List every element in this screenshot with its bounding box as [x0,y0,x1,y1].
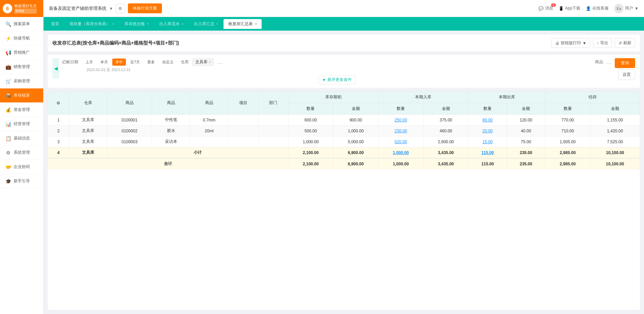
sidebar-icon-8: 📋 [5,136,11,141]
th-settings[interactable]: ⚙ [48,92,69,115]
settings-icon: ⚙ [56,101,60,105]
sidebar-nav: 🔍搜索菜单⚡快捷导航📢营销推广💼销售管理🛒采购管理📦库存核算💰资金管理📊经营管理… [0,17,43,314]
date-btn-自定义[interactable]: 自定义 [159,59,177,66]
date-label: 记账日期 [62,59,78,65]
tab-0[interactable]: 首页 [46,19,64,29]
sidebar-logo: 6 畅捷通好生意 标准版 [0,0,43,17]
th-product-spec: 商品 [190,92,228,115]
tab-close-5[interactable]: × [255,22,257,26]
sidebar-item-8[interactable]: 📋基础信息 [0,131,43,146]
sidebar-icon-11: 🎓 [5,179,11,184]
sidebar-label-5: 库存核算 [14,93,30,98]
expand-button[interactable]: ▼ 展开更多条件 [318,75,356,84]
message-icon: 💬 [539,6,544,11]
out-qty-link[interactable]: 80.00 [482,118,493,122]
table-row: 2 文具库 0100002 胶水 20ml 500.00 1,000.00 23… [48,126,640,136]
tab-3[interactable]: 出入库流水× [154,19,188,29]
in-qty-link[interactable]: 230.00 [395,129,407,133]
sidebar-item-9[interactable]: ⚙系统管理 [0,146,43,160]
export-button[interactable]: ↑ 导出 [593,38,612,48]
date-btn-本月[interactable]: 本月 [97,59,111,66]
warehouse-tag[interactable]: 文具库 × [192,58,214,66]
sub-in-qty-link[interactable]: 1,000.00 [393,150,409,155]
sidebar-item-10[interactable]: 🤝企业协同 [0,160,43,174]
settings-button[interactable]: ⚙ [116,4,125,13]
tab-2[interactable]: 库存批次账× [120,19,154,29]
sidebar-item-5[interactable]: 📦库存核算 [0,88,43,103]
content-area: 收发存汇总表(按仓库+商品编码+商品+规格型号+项目+部门) 🖨 按钮版打印 ▼… [44,31,644,314]
tab-label-2: 库存批次账 [125,21,145,27]
out-qty-link[interactable]: 15.00 [482,139,493,144]
sidebar-item-4[interactable]: 🛒采购管理 [0,74,43,88]
sidebar-label-3: 销售管理 [14,64,30,70]
th-opening-amount: 金额 [333,103,378,115]
tab-close-4[interactable]: × [216,22,218,26]
sub-out-qty-link[interactable]: 115.00 [481,150,494,155]
th-out-group: 本期出库 [468,92,545,103]
footer-out-qty: 115.00 [468,158,507,169]
tab-close-1[interactable]: × [112,22,114,26]
table-footer: 合计 2,100.00 6,900.00 1,000.00 3,435.00 1… [48,158,640,169]
footer-opening-qty: 2,100.00 [288,158,333,169]
sidebar-icon-4: 🛒 [5,79,11,84]
chevron-down-icon2: ▼ [582,41,587,46]
main-table: ⚙ 仓库 商品 商品 商品 项目 部门 库存期初 本期入库 本期出库 结存 [48,91,640,169]
tab-close-3[interactable]: × [182,22,184,26]
sidebar-item-6[interactable]: 💰资金管理 [0,103,43,117]
out-qty-link[interactable]: 20.00 [482,129,493,133]
main-area: 装备及固定资产辅助管理系统 ▼ ⚙ 体验行业方案 💬 消息 6 📱 App下载 … [44,0,644,314]
print-button[interactable]: 🖨 按钮版打印 ▼ [551,38,590,48]
product-more-dots[interactable]: ... [607,59,612,65]
in-qty-link[interactable]: 520.00 [395,139,407,144]
tab-label-0: 首页 [51,21,59,27]
system-title: 装备及固定资产辅助管理系统 [49,5,106,12]
sidebar-item-7[interactable]: 📊经营管理 [0,117,43,131]
sidebar-item-2[interactable]: 📢营销推广 [0,46,43,60]
sidebar-icon-6: 💰 [5,107,11,113]
refresh-button[interactable]: ↺ 刷新 [615,38,635,48]
tab-1[interactable]: 现存量（库存分布表）× [65,19,119,29]
sidebar-icon-7: 📊 [5,121,11,127]
set-button[interactable]: 设置 [618,69,635,80]
filter-date-row: 记账日期 上月本月本年近7天更多自定义 仓库 文具库 × ... [62,58,612,66]
sidebar: 6 畅捷通好生意 标准版 🔍搜索菜单⚡快捷导航📢营销推广💼销售管理🛒采购管理📦库… [0,0,44,314]
tab-close-2[interactable]: × [147,22,149,26]
warehouse-more-dots[interactable]: ... [217,59,223,65]
sidebar-item-0[interactable]: 🔍搜索菜单 [0,17,43,31]
online-service-item[interactable]: 👤 在线客服 [586,5,609,11]
app-download-item[interactable]: 📱 App下载 [559,5,580,11]
page-title: 收发存汇总表(按仓库+商品编码+商品+规格型号+项目+部门) [52,40,179,46]
sidebar-icon-3: 💼 [5,64,11,70]
th-opening-qty: 数量 [288,103,333,115]
sidebar-icon-1: ⚡ [5,36,11,41]
table-container: ⚙ 仓库 商品 商品 商品 项目 部门 库存期初 本期入库 本期出库 结存 [48,91,640,310]
footer-label: 合计 [48,158,288,169]
sidebar-icon-0: 🔍 [5,21,11,27]
collapse-arrow[interactable]: ◀ [52,58,59,79]
tab-bar: 首页现存量（库存分布表）×库存批次账×出入库流水×出入库汇总×收发存汇总表× [44,17,644,31]
sidebar-item-3[interactable]: 💼销售管理 [0,60,43,74]
service-icon: 👤 [586,6,591,11]
date-btn-本年[interactable]: 本年 [112,59,126,66]
system-dropdown[interactable]: ▼ [109,6,113,11]
in-qty-link[interactable]: 250.00 [395,118,407,122]
tab-4[interactable]: 出入库汇总× [189,19,223,29]
tab-5[interactable]: 收发存汇总表× [224,19,262,29]
th-in-amount: 金额 [423,103,468,115]
sidebar-item-11[interactable]: 🎓新手引导 [0,174,43,188]
th-out-qty: 数量 [468,103,507,115]
sidebar-label-10: 企业协同 [14,164,30,170]
try-button[interactable]: 体验行业方案 [128,3,162,13]
user-item[interactable]: Ea 用户 ▼ [614,4,639,13]
messages-item[interactable]: 💬 消息 6 [539,5,553,11]
date-btn-更多[interactable]: 更多 [144,59,158,66]
warehouse-tag-close[interactable]: × [209,60,211,64]
th-out-amount: 金额 [507,103,545,115]
th-in-qty: 数量 [378,103,423,115]
sidebar-item-1[interactable]: ⚡快捷导航 [0,31,43,46]
export-icon: ↑ [597,41,599,46]
date-btn-近7天[interactable]: 近7天 [127,59,143,66]
th-warehouse: 仓库 [69,92,107,115]
query-button[interactable]: 查询 [615,58,635,68]
date-btn-上月[interactable]: 上月 [82,59,96,66]
